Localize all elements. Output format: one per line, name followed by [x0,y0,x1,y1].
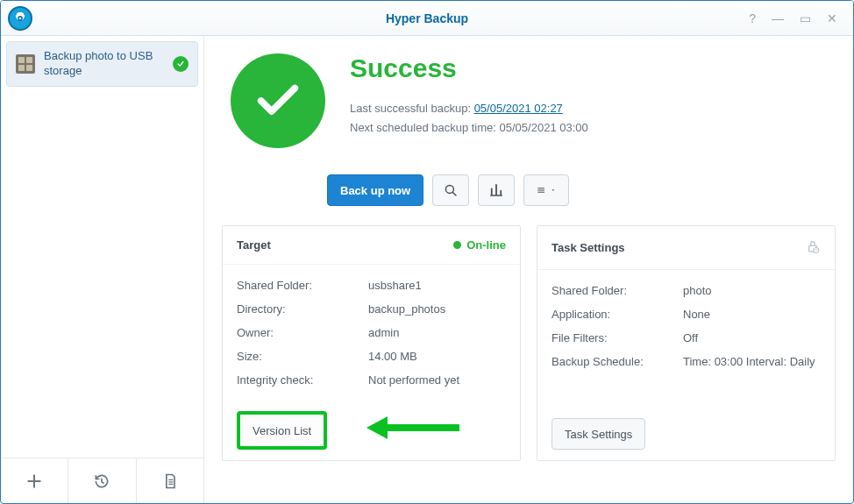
k: Shared Folder: [552,284,683,297]
body: Backup photo to USB storage [1,36,853,503]
task-item[interactable]: Backup photo to USB storage [6,41,198,87]
k: Integrity check: [237,373,368,387]
last-backup-label: Last successful backup: [350,102,474,115]
settings-title: Task Settings [552,241,625,254]
settings-panel-body: Shared Folder:photo Application:None Fil… [537,270,835,408]
v: admin [368,326,506,339]
next-backup-line: Next scheduled backup time: 05/05/2021 0… [350,118,588,138]
sidebar: Backup photo to USB storage [1,36,204,503]
v: photo [683,284,821,297]
log-button[interactable] [137,458,203,503]
restore-button[interactable] [68,458,136,503]
online-dot-icon [453,241,461,249]
k: File Filters: [552,331,683,344]
status-text: Success Last successful backup: 05/05/20… [350,53,588,148]
status-title: Success [350,53,588,83]
chevron-down-icon [551,186,556,195]
content: Success Last successful backup: 05/05/20… [204,36,853,503]
calendar-icon [16,54,35,74]
settings-panel-foot: Task Settings [537,408,835,460]
maximize-icon[interactable]: ▭ [800,12,811,25]
window-controls: ? — ▭ ✕ [749,12,853,25]
next-backup-label: Next scheduled backup time: [350,121,500,134]
app-icon [8,6,32,31]
target-panel-foot: Version List [223,401,520,460]
status-hero: Success Last successful backup: 05/05/20… [222,45,836,169]
backup-now-button[interactable]: Back up now [327,174,423,206]
v: backup_photos [368,302,506,316]
v: usbshare1 [368,279,506,292]
minimize-icon[interactable]: — [772,12,784,25]
target-panel: Target On-line Shared Folder:usbshare1 D… [222,225,521,461]
document-icon [161,472,179,490]
kv-row: Size:14.00 MB [237,344,506,368]
kv-row: Backup Schedule:Time: 03:00 Interval: Da… [552,350,821,373]
k: Directory: [237,302,368,316]
kv-row: Directory:backup_photos [237,297,506,321]
statistics-button[interactable] [478,174,515,206]
close-icon[interactable]: ✕ [827,12,837,25]
menu-icon [537,182,545,198]
target-panel-body: Shared Folder:usbshare1 Directory:backup… [223,265,520,401]
v: Time: 03:00 Interval: Daily [683,355,821,368]
annotation-arrow-icon [363,413,459,445]
kv-row: Integrity check:Not performed yet [237,368,506,392]
k: Application: [552,308,683,321]
next-backup-value: 05/05/2021 03:00 [500,121,588,134]
v: Off [683,331,821,344]
more-menu-button[interactable] [523,174,569,206]
plus-icon [25,472,43,490]
v: 14.00 MB [368,350,506,363]
version-list-button[interactable]: Version List [240,415,324,446]
kv-row: Owner:admin [237,321,506,344]
kv-row: Shared Folder:photo [552,279,821,302]
sidebar-toolbar [1,458,203,503]
explorer-button[interactable] [432,174,469,206]
app-title: Hyper Backup [1,11,853,25]
target-title: Target [237,238,271,252]
settings-panel: Task Settings Shared Folder:photo Applic… [537,225,836,461]
kv-row: File Filters:Off [552,326,821,350]
search-icon [443,182,459,198]
task-list: Backup photo to USB storage [1,36,203,458]
bar-chart-icon [488,182,504,198]
svg-point-1 [19,17,22,19]
v: Not performed yet [368,373,506,387]
panels: Target On-line Shared Folder:usbshare1 D… [222,225,836,461]
action-row: Back up now [327,174,836,206]
add-task-button[interactable] [1,458,68,503]
task-label: Backup photo to USB storage [44,49,164,79]
settings-panel-head: Task Settings [537,226,835,270]
success-badge-icon [173,56,189,72]
online-status: On-line [466,238,506,252]
lock-icon[interactable] [805,238,821,257]
task-settings-button[interactable]: Task Settings [552,418,645,450]
history-icon [93,472,110,490]
v: None [683,308,821,321]
kv-row: Shared Folder:usbshare1 [237,273,506,297]
last-backup-line: Last successful backup: 05/05/2021 02:27 [350,99,588,118]
k: Backup Schedule: [552,355,683,368]
titlebar: Hyper Backup ? — ▭ ✕ [1,1,853,36]
k: Size: [237,350,368,363]
kv-row: Application:None [552,302,821,326]
help-icon[interactable]: ? [749,12,756,25]
success-icon [231,53,325,148]
target-panel-head: Target On-line [223,226,520,265]
k: Shared Folder: [237,279,368,292]
k: Owner: [237,326,368,339]
version-list-highlight: Version List [237,411,327,450]
app-window: Hyper Backup ? — ▭ ✕ Backup photo to USB… [0,0,854,504]
last-backup-link[interactable]: 05/05/2021 02:27 [474,102,563,115]
